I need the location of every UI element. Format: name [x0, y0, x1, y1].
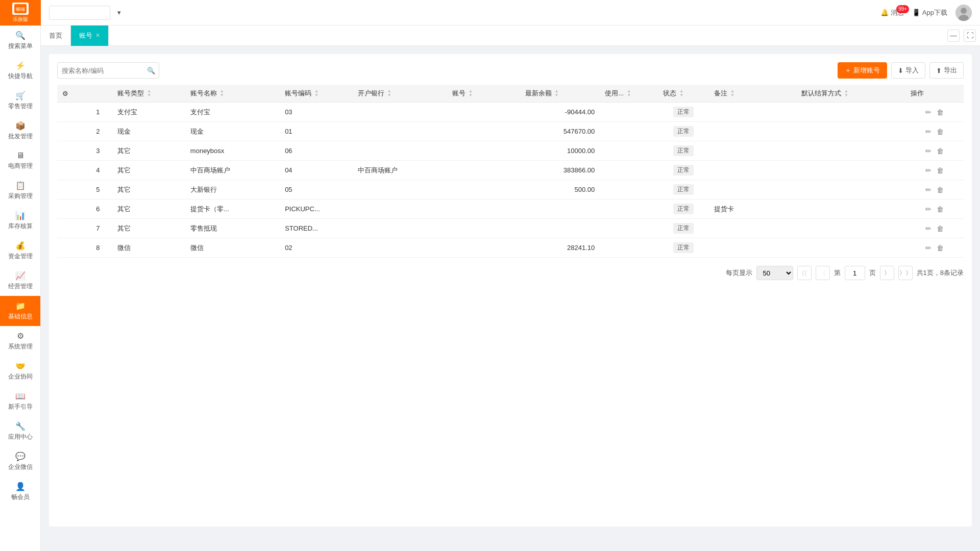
edit-icon[interactable]: ✏	[925, 128, 932, 136]
row-code: STORED...	[280, 219, 353, 238]
col-header-note[interactable]: 备注 ▲▼	[709, 85, 796, 103]
sidebar-item-label: 资金管理	[8, 252, 33, 261]
row-default	[796, 180, 905, 199]
header-right: 🔔 消息 99+ 📱 App下载	[880, 5, 972, 21]
first-page-button[interactable]: ⟨⟨	[797, 266, 812, 280]
edit-icon[interactable]: ✏	[925, 186, 932, 194]
next-page-button[interactable]: 〉	[880, 266, 894, 280]
edit-icon[interactable]: ✏	[925, 166, 932, 174]
col-header-account[interactable]: 账号 ▲▼	[447, 85, 520, 103]
table-row: 1 支付宝 支付宝 03 -90444.00 正常 ✏ 🗑	[57, 103, 964, 122]
import-button[interactable]: ⬇ 导入	[891, 62, 925, 79]
delete-icon[interactable]: 🗑	[937, 166, 944, 174]
app-download-button[interactable]: 📱 App下载	[912, 8, 947, 17]
inventory-icon: 📊	[15, 211, 26, 220]
row-name: 大新银行	[185, 180, 280, 199]
import-label: 导入	[905, 66, 919, 75]
page-number-input[interactable]	[845, 266, 865, 280]
row-gear	[57, 199, 83, 219]
svg-point-3	[961, 8, 967, 14]
row-note	[709, 161, 796, 180]
col-header-code[interactable]: 账号编码 ▲▼	[280, 85, 353, 103]
delete-icon[interactable]: 🗑	[937, 108, 944, 116]
sidebar-item-system[interactable]: ⚙ 系统管理	[0, 326, 40, 356]
delete-icon[interactable]: 🗑	[937, 186, 944, 194]
add-account-label: 新增账号	[853, 66, 880, 75]
sidebar-item-retail[interactable]: 🛒 零售管理	[0, 86, 40, 116]
row-type: 支付宝	[112, 103, 185, 122]
col-header-balance[interactable]: 最新余额 ▲▼	[520, 85, 600, 103]
col-header-use[interactable]: 使用... ▲▼	[600, 85, 658, 103]
sidebar-item-beginner[interactable]: 📖 新手引导	[0, 386, 40, 416]
page-size-select[interactable]: 50 100 200	[756, 266, 793, 280]
sidebar-item-basic-info[interactable]: 📁 基础信息	[0, 296, 40, 326]
edit-icon[interactable]: ✏	[925, 205, 932, 213]
sidebar-item-ecommerce[interactable]: 🖥 电商管理	[0, 146, 40, 176]
edit-icon[interactable]: ✏	[925, 224, 932, 233]
col-header-bank[interactable]: 开户银行 ▲▼	[353, 85, 447, 103]
delete-icon[interactable]: 🗑	[937, 128, 944, 136]
col-header-status[interactable]: 状态 ▲▼	[658, 85, 709, 103]
sidebar-item-label: 畅会员	[11, 493, 30, 502]
col-header-name[interactable]: 账号名称 ▲▼	[185, 85, 280, 103]
table-row: 5 其它 大新银行 05 500.00 正常 ✏ 🗑	[57, 180, 964, 199]
edit-icon[interactable]: ✏	[925, 244, 932, 252]
sidebar-item-operations[interactable]: 📈 经营管理	[0, 266, 40, 296]
tab-close-icon[interactable]: ✕	[95, 32, 100, 39]
sidebar-item-inventory[interactable]: 📊 库存核算	[0, 206, 40, 236]
sidebar-item-enterprise-wechat[interactable]: 💬 企业微信	[0, 446, 40, 477]
search-icon[interactable]: 🔍	[147, 67, 155, 74]
sidebar-item-purchase[interactable]: 📋 采购管理	[0, 176, 40, 206]
sidebar-item-app-center[interactable]: 🔧 应用中心	[0, 416, 40, 446]
delete-icon[interactable]: 🗑	[937, 224, 944, 233]
row-index: 2	[83, 122, 112, 141]
add-account-button[interactable]: ＋ 新增账号	[838, 62, 887, 79]
sidebar-item-search[interactable]: 🔍 搜索菜单	[0, 26, 40, 56]
tab-minimize-button[interactable]: —	[947, 30, 960, 42]
row-status: 正常	[658, 219, 709, 238]
message-button[interactable]: 🔔 消息 99+	[880, 8, 904, 17]
avatar[interactable]	[955, 5, 972, 21]
sidebar-item-quicknav[interactable]: ⚡ 快捷导航	[0, 56, 40, 86]
sort-note-icon: ▲▼	[730, 89, 734, 97]
col-header-default[interactable]: 默认结算方式 ▲▼	[796, 85, 905, 103]
tab-account[interactable]: 账号 ✕	[71, 26, 109, 46]
delete-icon[interactable]: 🗑	[937, 147, 944, 155]
row-note	[709, 141, 796, 161]
row-name: moneybosx	[185, 141, 280, 161]
top-search-input[interactable]	[49, 6, 110, 20]
delete-icon[interactable]: 🗑	[937, 244, 944, 252]
row-code: 03	[280, 103, 353, 122]
tab-maximize-button[interactable]: ⛶	[964, 30, 976, 42]
prev-page-button[interactable]: 〈	[816, 266, 830, 280]
row-bank	[353, 199, 447, 219]
edit-icon[interactable]: ✏	[925, 147, 932, 155]
row-name: 微信	[185, 238, 280, 258]
header-dropdown[interactable]: ▾	[115, 9, 121, 16]
sidebar-item-member[interactable]: 👤 畅会员	[0, 477, 40, 507]
sidebar-item-enterprise-collab[interactable]: 🤝 企业协同	[0, 356, 40, 386]
sidebar-item-finance[interactable]: 💰 资金管理	[0, 236, 40, 266]
col-header-type[interactable]: 账号类型 ▲▼	[112, 85, 185, 103]
row-index: 4	[83, 161, 112, 180]
export-label: 导出	[944, 66, 957, 75]
sort-name-icon: ▲▼	[220, 89, 224, 97]
row-account	[447, 103, 520, 122]
table-header-row: ⚙ 账号类型 ▲▼ 账号名称 ▲▼	[57, 85, 964, 103]
row-action: ✏ 🗑	[905, 219, 964, 238]
row-balance: 10000.00	[520, 141, 600, 161]
export-button[interactable]: ⬆ 导出	[929, 62, 964, 79]
row-bank	[353, 219, 447, 238]
table-row: 7 其它 零售抵现 STORED... 正常 ✏ 🗑	[57, 219, 964, 238]
edit-icon[interactable]: ✏	[925, 108, 932, 116]
col-header-gear[interactable]: ⚙	[57, 85, 83, 103]
sort-default-icon: ▲▼	[844, 89, 848, 97]
delete-icon[interactable]: 🗑	[937, 205, 944, 213]
sidebar-item-label: 应用中心	[8, 433, 33, 441]
last-page-button[interactable]: 〉〉	[898, 266, 913, 280]
search-input[interactable]	[57, 62, 159, 79]
tab-home[interactable]: 首页	[41, 26, 71, 46]
sidebar-item-wholesale[interactable]: 📦 批发管理	[0, 116, 40, 146]
tabs-bar: 首页 账号 ✕ — ⛶	[41, 26, 980, 46]
row-account	[447, 180, 520, 199]
